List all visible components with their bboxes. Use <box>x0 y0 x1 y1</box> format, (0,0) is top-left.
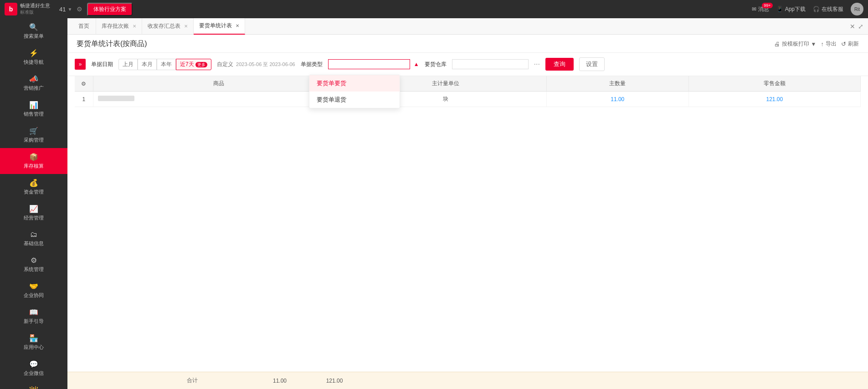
sidebar-item-system[interactable]: ⚙ 系统管理 <box>0 251 67 277</box>
system-icon: ⚙ <box>31 256 37 265</box>
sidebar-item-quicknav[interactable]: ⚡ 快捷导航 <box>0 44 67 70</box>
sidebar-item-member[interactable]: 👑 畅会员 <box>0 381 67 389</box>
date-btn-lastmonth[interactable]: 上月 <box>118 59 138 70</box>
date-label: 单据日期 <box>91 61 113 68</box>
table-footer: 合计 11.00 121.00 <box>67 372 868 389</box>
sidebar-item-enterprise[interactable]: 🤝 企业协同 <box>0 277 67 303</box>
refresh-button[interactable]: ↺ 刷新 <box>841 40 859 48</box>
weixin-icon: 💬 <box>29 360 38 369</box>
sidebar-item-marketing[interactable]: 📣 营销推广 <box>0 70 67 96</box>
footer-main-quantity: 11.00 <box>252 378 307 384</box>
sidebar-item-finance[interactable]: 💰 资金管理 <box>0 174 67 200</box>
topbar-gear-icon[interactable]: ⚙ <box>77 5 82 13</box>
tab-close-receive-summary-icon[interactable]: ✕ <box>184 24 188 29</box>
service-label: 在线客服 <box>822 5 843 13</box>
sidebar-label-inventory: 库存核算 <box>24 163 44 169</box>
tab-order-stats[interactable]: 要货单统计表 ✕ <box>194 18 245 35</box>
sidebar-label-weixin: 企业微信 <box>24 370 44 377</box>
logo-icon: b <box>5 3 17 15</box>
topbar-right: ✉ 消息 99+ 📱 App下载 🎧 在线客服 Rit <box>752 3 863 15</box>
table-header: ⚙ 商品 主计量单位 主数量 零售金额 <box>75 76 861 92</box>
tab-close-all-icon[interactable]: ✕ <box>850 23 855 30</box>
inventory-icon: 📦 <box>29 153 38 161</box>
sidebar-item-basic[interactable]: 🗂 基础信息 <box>0 226 67 251</box>
tab-receive-summary-label: 收发存汇总表 <box>148 22 180 30</box>
message-icon: ✉ <box>752 6 756 12</box>
company-selector[interactable]: 41 ▼ <box>59 6 72 13</box>
date-btn-7days[interactable]: 近7天 更多 <box>176 59 211 70</box>
service-icon: 🎧 <box>813 6 820 12</box>
promo-button[interactable]: 体验行业方案 <box>87 3 133 16</box>
print-button[interactable]: 🖨 按模板打印 ▼ <box>774 40 817 48</box>
date-buttons: 上月 本月 本年 近7天 更多 <box>118 59 211 70</box>
appcenter-icon: 🏪 <box>29 334 38 343</box>
export-button[interactable]: ↑ 导出 <box>821 40 837 48</box>
col-product: 商品 <box>93 76 344 92</box>
sidebar-label-system: 系统管理 <box>24 266 44 273</box>
print-icon: 🖨 <box>774 41 780 47</box>
type-dropdown-arrow-icon[interactable]: ▲ <box>414 61 419 67</box>
user-avatar[interactable]: Rit <box>851 3 863 15</box>
tab-home[interactable]: 首页 <box>72 18 96 35</box>
sidebar-item-purchase[interactable]: 🛒 采购管理 <box>0 122 67 148</box>
type-label: 单据类型 <box>301 61 323 68</box>
sidebar-item-operations[interactable]: 📈 经营管理 <box>0 200 67 226</box>
company-name: 畅捷通好生意 <box>20 3 50 9</box>
tab-close-order-stats-icon[interactable]: ✕ <box>236 23 239 28</box>
content-area: 首页 库存批次账 ✕ 收发存汇总表 ✕ 要货单统计表 ✕ ✕ ⤢ 要货单统计表(… <box>67 18 868 389</box>
page-title: 要货单统计表(按商品) <box>77 39 147 49</box>
app-label: App下载 <box>785 5 806 13</box>
col-settings[interactable]: ⚙ <box>75 76 93 92</box>
dropdown-item-return[interactable]: 要货单退货 <box>309 92 400 108</box>
search-icon: 🔍 <box>29 23 38 31</box>
tab-close-inventory-batch-icon[interactable]: ✕ <box>133 24 136 29</box>
filter-row: » 单据日期 上月 本月 本年 近7天 更多 自定义 2023-05-06 至 … <box>75 57 861 71</box>
sidebar: 🔍 搜索菜单 ⚡ 快捷导航 📣 营销推广 📊 销售管理 🛒 采购管理 📦 库存核… <box>0 18 67 389</box>
sidebar-label-guide: 新手引导 <box>24 318 44 325</box>
message-badge: 99+ <box>762 3 772 8</box>
sidebar-item-appcenter[interactable]: 🏪 应用中心 <box>0 329 67 355</box>
quantity-link[interactable]: 11.00 <box>611 96 624 102</box>
type-filter-group: ▲ <box>328 59 419 69</box>
settings-button[interactable]: 设置 <box>579 57 605 71</box>
sidebar-item-sales[interactable]: 📊 销售管理 <box>0 96 67 122</box>
data-table: ⚙ 商品 主计量单位 主数量 零售金额 <box>75 76 861 107</box>
date-btn-thismonth[interactable]: 本月 <box>138 59 157 70</box>
tab-maximize-icon[interactable]: ⤢ <box>858 23 863 30</box>
print-label: 按模板打印 <box>782 40 809 48</box>
query-button[interactable]: 查询 <box>545 58 574 71</box>
quicknav-icon: ⚡ <box>29 49 38 57</box>
filter-expander[interactable]: » <box>75 59 86 70</box>
sidebar-item-weixin[interactable]: 💬 企业微信 <box>0 355 67 381</box>
warehouse-label: 要货仓库 <box>425 61 447 68</box>
warehouse-input[interactable] <box>452 59 529 69</box>
date-btn-thisyear[interactable]: 本年 <box>157 59 176 70</box>
sidebar-item-search[interactable]: 🔍 搜索菜单 <box>0 18 67 44</box>
amount-link[interactable]: 121.00 <box>766 96 783 102</box>
tab-receive-summary[interactable]: 收发存汇总表 ✕ <box>142 18 194 35</box>
page-header: 要货单统计表(按商品) 🖨 按模板打印 ▼ ↑ 导出 ↺ 刷新 <box>67 35 868 53</box>
sales-icon: 📊 <box>29 101 38 109</box>
member-icon: 👑 <box>29 386 38 389</box>
filter-more-icon[interactable]: ··· <box>534 60 540 68</box>
refresh-icon: ↺ <box>841 41 846 47</box>
table-row: 1 块 11.00 121.00 <box>75 92 861 107</box>
sidebar-label-operations: 经营管理 <box>24 215 44 221</box>
tab-inventory-batch[interactable]: 库存批次账 ✕ <box>96 18 142 35</box>
custom-date-button[interactable]: 自定义 <box>217 61 233 68</box>
type-input[interactable] <box>328 59 410 69</box>
dropdown-item-order[interactable]: 要货单要货 <box>309 75 400 92</box>
sidebar-item-guide[interactable]: 📖 新手引导 <box>0 303 67 329</box>
tab-order-stats-label: 要货单统计表 <box>199 22 232 30</box>
selector-arrow-icon: ▼ <box>67 7 72 12</box>
app-download-button[interactable]: 📱 App下载 <box>776 5 806 13</box>
message-button[interactable]: ✉ 消息 99+ <box>752 5 769 13</box>
selector-value: 41 <box>59 6 66 13</box>
col-amount: 零售金额 <box>688 76 860 92</box>
sidebar-item-inventory[interactable]: 📦 库存核算 <box>0 148 67 174</box>
print-arrow-icon: ▼ <box>811 41 817 47</box>
col-quantity: 主数量 <box>546 76 688 92</box>
more-badge: 更多 <box>195 62 207 67</box>
type-dropdown: 要货单要货 要货单退货 <box>309 75 400 108</box>
service-button[interactable]: 🎧 在线客服 <box>813 5 843 13</box>
